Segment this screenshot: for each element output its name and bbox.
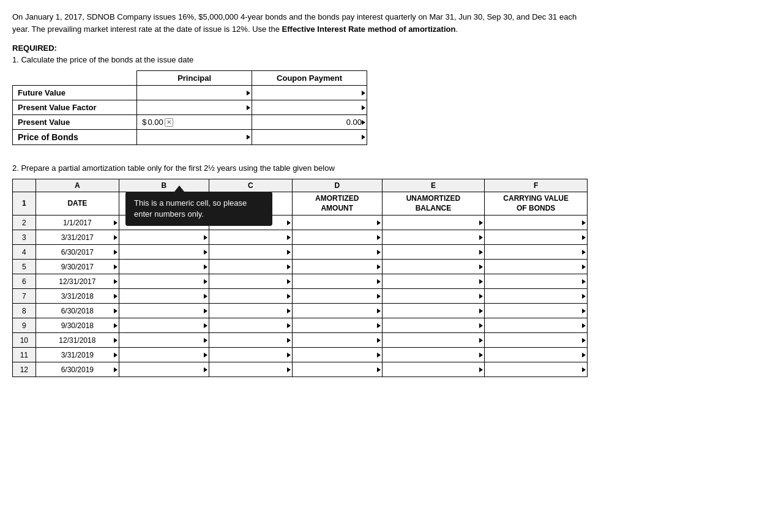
required-label: REQUIRED:: [12, 43, 772, 53]
interest-paid-cell[interactable]: [119, 274, 209, 289]
future-value-coupon[interactable]: [252, 86, 367, 100]
carrying-value-cell[interactable]: [485, 274, 588, 289]
tooltip-arrow: [174, 185, 184, 192]
intro-bold: Effective Interest Rate method of amorti…: [282, 24, 456, 34]
col-letter-e: E: [382, 179, 485, 192]
col-header-date: DATE: [35, 192, 119, 215]
date-cell[interactable]: 9/30/2017: [35, 260, 119, 274]
future-value-label: Future Value: [13, 86, 137, 100]
present-value-principal[interactable]: $ 0.00 ✕: [137, 115, 252, 130]
col-letter-f: F: [485, 179, 588, 192]
interest-paid-cell[interactable]: [119, 318, 209, 333]
unamortized-balance-cell[interactable]: [382, 274, 485, 289]
unamortized-balance-cell[interactable]: [382, 304, 485, 318]
interest-expense-cell[interactable]: [209, 289, 292, 304]
amortized-amount-cell[interactable]: [292, 274, 382, 289]
interest-paid-cell[interactable]: [119, 289, 209, 304]
interest-expense-cell[interactable]: [209, 245, 292, 260]
amortized-amount-cell[interactable]: [292, 289, 382, 304]
interest-expense-cell[interactable]: [209, 318, 292, 333]
date-cell[interactable]: 3/31/2019: [35, 348, 119, 362]
amortized-amount-cell[interactable]: [292, 348, 382, 362]
interest-expense-cell[interactable]: [209, 274, 292, 289]
carrying-value-cell[interactable]: [485, 245, 588, 260]
amortized-amount-cell[interactable]: [292, 362, 382, 377]
interest-expense-cell[interactable]: [209, 348, 292, 362]
pv-factor-coupon[interactable]: [252, 100, 367, 115]
amortization-table: A B C D E F 1 DATE INTEREST PAID INTERES…: [12, 179, 588, 377]
unamortized-balance-cell[interactable]: [382, 245, 485, 260]
date-cell[interactable]: 3/31/2017: [35, 230, 119, 245]
table-row: 33/31/2017: [13, 230, 588, 245]
carrying-value-cell[interactable]: [485, 304, 588, 318]
interest-paid-cell[interactable]: [119, 333, 209, 348]
date-cell[interactable]: 6/30/2019: [35, 362, 119, 377]
interest-paid-cell[interactable]: [119, 260, 209, 274]
table-row: 73/31/2018: [13, 289, 588, 304]
pv-factor-principal[interactable]: [137, 100, 252, 115]
unamortized-balance-cell[interactable]: [382, 333, 485, 348]
row-number: 2: [13, 215, 36, 230]
interest-paid-cell[interactable]: [119, 245, 209, 260]
carrying-value-cell[interactable]: [485, 318, 588, 333]
unamortized-balance-cell[interactable]: [382, 215, 485, 230]
price-of-bonds-coupon[interactable]: [252, 130, 367, 145]
price-of-bonds-principal[interactable]: [137, 130, 252, 145]
col-header-unamortized-balance: UNAMORTIZEDBALANCE: [382, 192, 485, 215]
unamortized-balance-cell[interactable]: [382, 318, 485, 333]
section2-title: 2. Prepare a partial amortization table …: [12, 163, 772, 173]
interest-expense-cell[interactable]: [209, 260, 292, 274]
date-cell[interactable]: 1/1/2017: [35, 215, 119, 230]
unamortized-balance-cell[interactable]: [382, 230, 485, 245]
amortized-amount-cell[interactable]: [292, 333, 382, 348]
close-icon[interactable]: ✕: [165, 118, 173, 127]
amortized-amount-cell[interactable]: [292, 318, 382, 333]
intro-text-part2: .: [455, 24, 458, 34]
unamortized-balance-cell[interactable]: [382, 260, 485, 274]
interest-expense-cell[interactable]: [209, 333, 292, 348]
amortized-amount-cell[interactable]: [292, 260, 382, 274]
carrying-value-cell[interactable]: [485, 230, 588, 245]
amortized-amount-cell[interactable]: [292, 230, 382, 245]
unamortized-balance-cell[interactable]: [382, 348, 485, 362]
table-row: 113/31/2019: [13, 348, 588, 362]
price-of-bonds-table: Principal Coupon Payment Future Value Pr…: [12, 70, 367, 145]
col-letter-d: D: [292, 179, 382, 192]
table-row: Future Value: [13, 86, 367, 100]
interest-paid-cell[interactable]: [119, 230, 209, 245]
date-cell[interactable]: 6/30/2018: [35, 304, 119, 318]
interest-paid-cell[interactable]: [119, 362, 209, 377]
table1-wrapper: Principal Coupon Payment Future Value Pr…: [12, 70, 772, 145]
table-row: 21/1/2017: [13, 215, 588, 230]
interest-expense-cell[interactable]: [209, 304, 292, 318]
amortized-amount-cell[interactable]: [292, 304, 382, 318]
amortized-amount-cell[interactable]: [292, 245, 382, 260]
unamortized-balance-cell[interactable]: [382, 362, 485, 377]
amortized-amount-cell[interactable]: [292, 215, 382, 230]
row-number: 5: [13, 260, 36, 274]
date-cell[interactable]: 9/30/2018: [35, 318, 119, 333]
present-value-label: Present Value: [13, 115, 137, 130]
interest-expense-cell[interactable]: [209, 362, 292, 377]
date-cell[interactable]: 12/31/2018: [35, 333, 119, 348]
row-number: 11: [13, 348, 36, 362]
interest-paid-cell[interactable]: [119, 348, 209, 362]
col-header-carrying-value: CARRYING VALUEOF BONDS: [485, 192, 588, 215]
present-value-coupon[interactable]: 0.00: [252, 115, 367, 130]
table-row: 86/30/2018: [13, 304, 588, 318]
carrying-value-cell[interactable]: [485, 215, 588, 230]
interest-expense-cell[interactable]: [209, 230, 292, 245]
interest-paid-cell[interactable]: [119, 304, 209, 318]
carrying-value-cell[interactable]: [485, 362, 588, 377]
carrying-value-cell[interactable]: [485, 260, 588, 274]
carrying-value-cell[interactable]: [485, 348, 588, 362]
unamortized-balance-cell[interactable]: [382, 289, 485, 304]
carrying-value-cell[interactable]: [485, 289, 588, 304]
date-cell[interactable]: 3/31/2018: [35, 289, 119, 304]
col-header-coupon: Coupon Payment: [252, 71, 367, 86]
row-number: 6: [13, 274, 36, 289]
carrying-value-cell[interactable]: [485, 333, 588, 348]
date-cell[interactable]: 6/30/2017: [35, 245, 119, 260]
date-cell[interactable]: 12/31/2017: [35, 274, 119, 289]
future-value-principal[interactable]: [137, 86, 252, 100]
